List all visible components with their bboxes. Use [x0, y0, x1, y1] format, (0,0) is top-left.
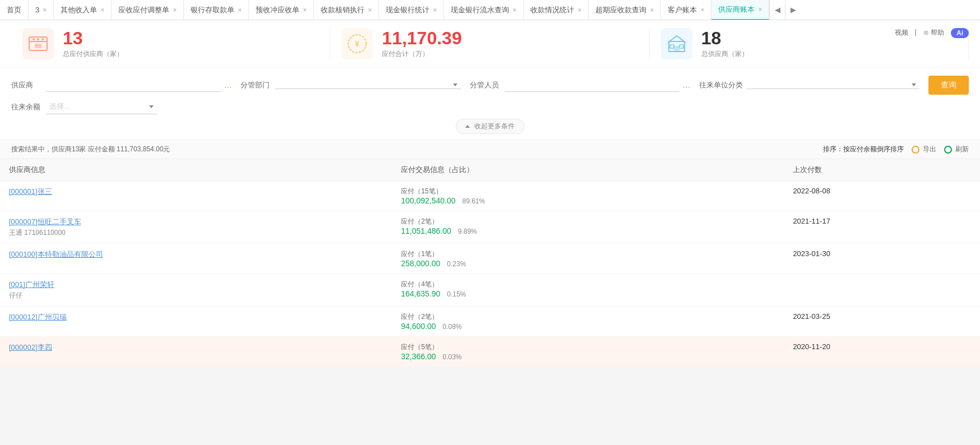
- close-other-income[interactable]: ×: [100, 6, 104, 14]
- store-icon: [661, 28, 692, 59]
- nav-prev-arrow[interactable]: ◀: [769, 0, 785, 20]
- nav-tab-advance-collect[interactable]: 预收冲应收单 ×: [249, 0, 314, 20]
- top-navigation: 首页 3 × 其他收入单 × 应收应付调整单 × 银行存取款单 × 预收冲应收单…: [0, 0, 980, 20]
- balance-filter-select[interactable]: 选择...: [46, 99, 157, 114]
- close-collect-stat[interactable]: ×: [577, 6, 581, 14]
- nav-tab-customer-account[interactable]: 客户账本 ×: [661, 0, 711, 20]
- summary-bar: 13 总应付供应商（家） ¥ 11,170.39 应付合计（万）: [0, 20, 980, 68]
- tx-count: （5笔）: [414, 343, 438, 351]
- svg-point-4: [37, 38, 39, 40]
- nav-next-arrow[interactable]: ▶: [785, 0, 801, 20]
- supplier-icon: [22, 28, 54, 59]
- help-link[interactable]: ⊙ 帮助: [923, 28, 944, 38]
- nav-tab-advance-collect-label: 预收冲应收单: [256, 5, 299, 15]
- supplier-link[interactable]: [001]广州荣轩: [9, 280, 54, 289]
- supplier-link[interactable]: [000007]恒旺二手叉车: [9, 217, 81, 226]
- nav-tab-supplier-account[interactable]: 供应商账本 ×: [711, 0, 769, 20]
- tx-label-row: 应付（2笔）: [401, 312, 775, 322]
- collapse-bar: 收起更多条件: [11, 119, 969, 134]
- svg-rect-2: [35, 44, 41, 48]
- nav-tab-other-income[interactable]: 其他收入单 ×: [54, 0, 112, 20]
- supplier-info-cell: [000100]本特勒油品有限公司: [0, 244, 392, 274]
- tx-amount-row: 258,000.000.23%: [401, 259, 775, 268]
- filter-row-2: 往来余额 选择...: [11, 99, 969, 114]
- table-header-row: 供应商信息 应付交易信息（占比） 上次付数: [0, 159, 980, 181]
- close-bank-deposit[interactable]: ×: [238, 6, 242, 14]
- nav-tab-ap-adjust[interactable]: 应收应付调整单 ×: [112, 0, 184, 20]
- nav-tab-bank-deposit[interactable]: 银行存取款单 ×: [184, 0, 249, 20]
- total-suppliers-count: 18: [701, 29, 748, 47]
- refresh-button[interactable]: 刷新: [944, 145, 969, 154]
- dept-chevron-down: [453, 84, 457, 86]
- close-overdue-query[interactable]: ×: [650, 6, 654, 14]
- close-cash-bank-stat[interactable]: ×: [433, 6, 437, 14]
- nav-tab-cash-bank-flow[interactable]: 现金银行流水查询 ×: [444, 0, 524, 20]
- table-row: [001]广州荣轩仔仔应付（4笔）164,635.900.15%: [0, 274, 980, 307]
- dept-filter-select[interactable]: [275, 81, 461, 89]
- tx-amount-row: 11,051,486.009.89%: [401, 226, 775, 235]
- ai-button[interactable]: Ai: [951, 28, 969, 38]
- money-icon: ¥: [341, 28, 373, 59]
- balance-filter-label: 往来余额: [11, 102, 43, 112]
- tx-label-row: 应付（15笔）: [401, 187, 775, 196]
- supplier-link[interactable]: [000001]张三: [9, 187, 52, 196]
- supplier-info-cell: [000012]广州贝瑞: [0, 307, 392, 337]
- category-filter-label: 往来单位分类: [699, 80, 743, 90]
- balance-select-value: 选择...: [49, 101, 70, 112]
- query-button[interactable]: 查询: [928, 76, 969, 95]
- nav-tab-3[interactable]: 3 ×: [29, 0, 54, 20]
- tx-info-cell: 应付（15笔）100,092,540.0089.61%: [392, 181, 784, 211]
- collapse-button[interactable]: 收起更多条件: [456, 119, 524, 134]
- close-supplier-account[interactable]: ×: [758, 6, 762, 13]
- nav-tab-collect-execute[interactable]: 收款核销执行 ×: [314, 0, 379, 20]
- collapse-btn-label: 收起更多条件: [474, 122, 515, 131]
- nav-tab-collect-stat[interactable]: 收款情况统计 ×: [524, 0, 589, 20]
- close-collect-execute[interactable]: ×: [368, 6, 372, 14]
- tx-count: （2笔）: [414, 217, 438, 225]
- nav-tab-collect-execute-label: 收款核销执行: [321, 5, 364, 15]
- sort-button[interactable]: 排序：按应付余额倒序排序: [823, 145, 904, 154]
- export-button[interactable]: 导出: [912, 145, 936, 154]
- tx-pct: 89.61%: [463, 197, 486, 205]
- person-filter-ellipsis[interactable]: ...: [683, 80, 690, 90]
- nav-tab-cash-bank-stat[interactable]: 现金银行统计 ×: [379, 0, 444, 20]
- person-filter-input[interactable]: [505, 78, 679, 92]
- tx-pct: 0.08%: [442, 323, 461, 331]
- tx-pct: 9.89%: [458, 228, 477, 235]
- supplier-filter-input[interactable]: [46, 78, 221, 92]
- tx-count: （4笔）: [414, 280, 438, 288]
- close-cash-bank-flow[interactable]: ×: [512, 6, 516, 14]
- supplier-link[interactable]: [000100]本特勒油品有限公司: [9, 250, 103, 258]
- summary-text-suppliers: 13 总应付供应商（家）: [63, 29, 123, 59]
- total-suppliers-label: 总供应商（家）: [701, 49, 748, 59]
- supplier-info-cell: [001]广州荣轩仔仔: [0, 274, 392, 307]
- results-actions: 排序：按应付余额倒序排序 导出 刷新: [823, 145, 969, 154]
- supplier-link[interactable]: [000012]广州贝瑞: [9, 313, 67, 321]
- tx-label-row: 应付（5笔）: [401, 342, 775, 352]
- supplier-link[interactable]: [000002]李四: [9, 343, 52, 351]
- supplier-info-cell: [000001]张三: [0, 181, 392, 211]
- category-chevron-down: [912, 84, 916, 86]
- video-link[interactable]: 视频: [895, 28, 908, 38]
- nav-tab-3-close[interactable]: ×: [43, 6, 47, 14]
- nav-tab-3-label: 3: [35, 6, 39, 14]
- nav-tab-home[interactable]: 首页: [0, 0, 29, 20]
- tx-amount-row: 32,366.000.03%: [401, 352, 775, 361]
- close-customer-account[interactable]: ×: [700, 6, 704, 14]
- summary-text-total: 18 总供应商（家）: [701, 29, 748, 59]
- supplier-filter-ellipsis[interactable]: ...: [224, 80, 232, 90]
- supplier-info-cell: [000007]恒旺二手叉车王通 17106110000: [0, 211, 392, 244]
- table-row: [000001]张三应付（15笔）100,092,540.0089.61%202…: [0, 181, 980, 211]
- nav-tab-bank-deposit-label: 银行存取款单: [191, 5, 234, 15]
- last-pay-cell: 2021-03-25: [784, 307, 980, 337]
- tx-label: 应付: [401, 187, 414, 195]
- category-filter-select[interactable]: [746, 81, 919, 89]
- nav-tab-overdue-query[interactable]: 超期应收款查询 ×: [589, 0, 661, 20]
- filter-balance: 往来余额 选择...: [11, 99, 157, 114]
- close-ap-adjust[interactable]: ×: [173, 6, 177, 14]
- close-advance-collect[interactable]: ×: [303, 6, 307, 14]
- filter-dept: 分管部门: [241, 80, 461, 90]
- balance-chevron-down: [149, 105, 154, 108]
- last-pay-cell: [784, 274, 980, 307]
- nav-tab-cash-bank-flow-label: 现金银行流水查询: [451, 5, 509, 15]
